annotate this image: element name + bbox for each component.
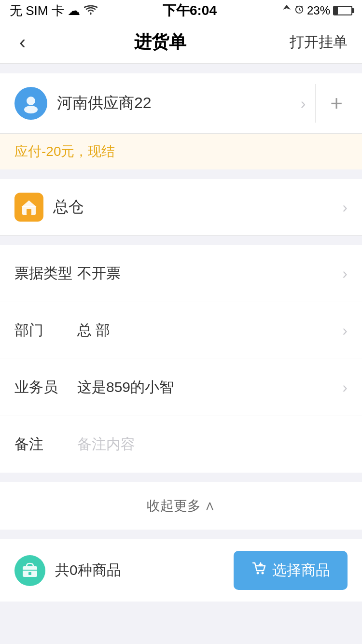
bottom-bar: 共0种商品 选择商品: [0, 539, 362, 602]
department-row[interactable]: 部门 总 部 ›: [0, 302, 362, 359]
svg-rect-8: [27, 209, 31, 215]
select-product-label: 选择商品: [272, 560, 330, 580]
invoice-type-label: 票据类型: [14, 264, 77, 283]
warehouse-chevron-icon: ›: [342, 198, 348, 216]
nav-bar: ‹ 进货单 打开挂单: [0, 21, 362, 64]
back-button[interactable]: ‹: [14, 27, 30, 58]
svg-rect-11: [28, 572, 31, 575]
invoice-type-row[interactable]: 票据类型 不开票 ›: [0, 245, 362, 302]
notice-bar: 应付-20元，现结: [0, 134, 362, 169]
wifi-icon: [84, 3, 97, 18]
svg-marker-7: [21, 200, 37, 207]
add-supplier-button[interactable]: +: [325, 86, 348, 120]
status-time: 下午6:04: [163, 1, 217, 20]
warehouse-name: 总仓: [53, 196, 333, 218]
svg-marker-0: [283, 5, 291, 10]
status-left: 无 SIM 卡 ☁: [10, 2, 97, 19]
remark-row[interactable]: 备注 备注内容: [0, 416, 362, 473]
svg-rect-9: [23, 566, 37, 577]
warehouse-section[interactable]: 总仓 ›: [0, 179, 362, 236]
svg-point-5: [24, 106, 38, 113]
salesperson-chevron-icon: ›: [342, 378, 348, 396]
warehouse-icon: [14, 193, 43, 222]
svg-point-12: [257, 572, 259, 574]
department-label: 部门: [14, 321, 77, 340]
open-pending-button[interactable]: 打开挂单: [290, 32, 348, 52]
svg-point-4: [27, 97, 35, 105]
supplier-section: 河南供应商22 › +: [0, 73, 362, 134]
status-right: 23%: [282, 4, 352, 17]
remark-label: 备注: [14, 434, 77, 454]
section-gap-1: [0, 64, 362, 73]
main-content: 河南供应商22 › + 应付-20元，现结 总仓 › 票据类型 不开票 › 部门: [0, 64, 362, 602]
cart-icon: [251, 561, 266, 580]
collapse-row[interactable]: 收起更多 ∧: [0, 482, 362, 530]
alarm-icon: [294, 4, 304, 17]
page-title: 进货单: [134, 30, 186, 54]
salesperson-value: 这是859的小智: [77, 378, 342, 397]
vertical-divider: [315, 84, 316, 123]
supplier-chevron-icon: ›: [301, 95, 306, 112]
status-bar: 无 SIM 卡 ☁ 下午6:04 23%: [0, 0, 362, 21]
svg-line-3: [299, 10, 301, 11]
signal-text: 无 SIM 卡 ☁: [10, 2, 80, 19]
department-value: 总 部: [77, 321, 342, 340]
product-count-label: 共0种商品: [55, 560, 224, 580]
invoice-type-value: 不开票: [77, 264, 342, 283]
remark-input[interactable]: 备注内容: [77, 434, 348, 454]
location-icon: [282, 4, 292, 17]
invoice-type-chevron-icon: ›: [342, 265, 348, 282]
supplier-name: 河南供应商22: [57, 93, 291, 114]
form-section: 票据类型 不开票 › 部门 总 部 › 业务员 这是859的小智 › 备注 备注…: [0, 245, 362, 473]
product-icon: [14, 555, 45, 586]
battery-percentage: 23%: [307, 4, 330, 17]
salesperson-row[interactable]: 业务员 这是859的小智 ›: [0, 359, 362, 416]
supplier-avatar: [14, 87, 47, 120]
battery-icon: [333, 6, 352, 15]
select-product-button[interactable]: 选择商品: [234, 551, 348, 590]
salesperson-label: 业务员: [14, 378, 77, 397]
department-chevron-icon: ›: [342, 322, 348, 339]
supplier-row[interactable]: 河南供应商22 ›: [14, 73, 306, 133]
svg-point-13: [262, 572, 264, 574]
